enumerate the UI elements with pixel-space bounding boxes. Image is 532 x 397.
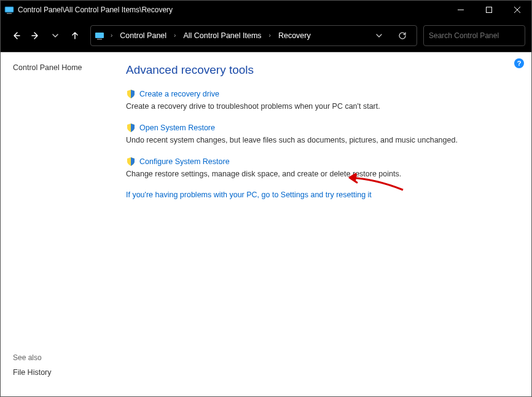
chevron-right-icon[interactable]: ›	[171, 32, 178, 39]
up-button[interactable]	[66, 26, 84, 45]
svg-rect-0	[5, 7, 14, 12]
svg-rect-5	[97, 39, 102, 40]
content-area: Advanced recovery tools Create a recover…	[123, 52, 531, 396]
sidebar: Control Panel Home See also File History	[1, 52, 123, 396]
system-icon	[4, 5, 14, 15]
close-button[interactable]	[503, 1, 531, 19]
create-recovery-drive-desc: Create a recovery drive to troubleshoot …	[126, 101, 513, 112]
window-title: Control Panel\All Control Panel Items\Re…	[18, 6, 447, 14]
shield-icon	[126, 89, 136, 99]
page-heading: Advanced recovery tools	[126, 63, 513, 77]
svg-rect-2	[7, 13, 12, 14]
window-frame: Control Panel\All Control Panel Items\Re…	[0, 0, 532, 397]
svg-rect-4	[95, 33, 104, 38]
body: ? Control Panel Home See also File Histo…	[1, 52, 531, 396]
reset-pc-link[interactable]: If you're having problems with your PC, …	[126, 191, 372, 199]
navbar: › Control Panel › All Control Panel Item…	[1, 19, 531, 52]
refresh-button[interactable]	[392, 26, 413, 45]
forward-button[interactable]	[26, 26, 45, 45]
configure-system-restore-link[interactable]: Configure System Restore	[139, 157, 230, 166]
control-panel-home-link[interactable]: Control Panel Home	[13, 63, 82, 72]
chevron-right-icon[interactable]: ›	[108, 32, 115, 39]
tool-configure-system-restore: Configure System Restore Change restore …	[126, 157, 513, 179]
file-history-link[interactable]: File History	[13, 368, 111, 377]
breadcrumb-recovery[interactable]: Recovery	[276, 29, 313, 42]
tool-create-recovery-drive: Create a recovery drive Create a recover…	[126, 89, 513, 112]
open-system-restore-link[interactable]: Open System Restore	[139, 124, 215, 132]
chevron-right-icon[interactable]: ›	[267, 32, 273, 39]
shield-icon	[126, 123, 136, 133]
search-input[interactable]	[429, 31, 521, 40]
configure-system-restore-desc: Change restore settings, manage disk spa…	[126, 169, 513, 179]
svg-rect-3	[487, 7, 492, 13]
address-dropdown-button[interactable]	[369, 26, 389, 45]
recent-locations-button[interactable]	[46, 26, 65, 45]
create-recovery-drive-link[interactable]: Create a recovery drive	[139, 90, 219, 98]
maximize-button[interactable]	[475, 1, 503, 19]
minimize-button[interactable]	[447, 1, 475, 19]
open-system-restore-desc: Undo recent system changes, but leave fi…	[126, 135, 513, 146]
tool-open-system-restore: Open System Restore Undo recent system c…	[126, 123, 513, 146]
see-also-label: See also	[13, 353, 111, 362]
shield-icon	[126, 157, 136, 167]
address-bar[interactable]: › Control Panel › All Control Panel Item…	[90, 25, 417, 46]
breadcrumb-control-panel[interactable]: Control Panel	[117, 29, 169, 42]
titlebar: Control Panel\All Control Panel Items\Re…	[1, 1, 531, 19]
location-icon	[95, 31, 104, 41]
back-button[interactable]	[7, 26, 25, 45]
breadcrumb-all-items[interactable]: All Control Panel Items	[181, 29, 264, 42]
search-box[interactable]	[423, 25, 525, 46]
